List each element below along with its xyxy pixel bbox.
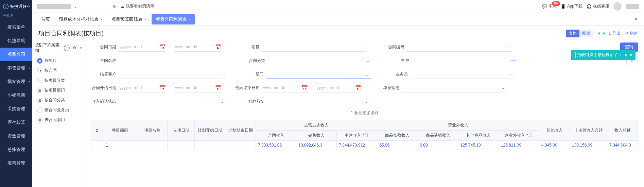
seg-table[interactable]: 表格: [566, 30, 579, 37]
lookup-icon[interactable]: ⋯: [509, 71, 514, 77]
gear-icon[interactable]: ⚙: [112, 4, 116, 9]
service-button[interactable]: 🎧 在线客服: [587, 3, 609, 9]
label-project: 项目: [234, 44, 262, 50]
scheme-settings-button[interactable]: ⚙: [72, 45, 77, 51]
demo-link[interactable]: ☁ 我要看实例演示: [120, 3, 154, 9]
input-receipt-status[interactable]: [265, 97, 370, 106]
cell-stock-income[interactable]: 65.96: [377, 141, 418, 150]
sidebar-item-10[interactable]: 发票管理: [0, 156, 32, 170]
cell-gift-income[interactable]: 0.00: [418, 141, 458, 150]
input-project[interactable]: [262, 42, 367, 52]
scheme-item-2[interactable]: ≡按项目分类: [35, 76, 82, 85]
cell-other-goods[interactable]: 125,745.13: [458, 141, 499, 150]
cell-total-income[interactable]: 7,344,604,0: [607, 141, 638, 150]
chevron-down-icon[interactable]: ⌄: [365, 71, 369, 77]
input-contract-start-to[interactable]: [174, 83, 221, 92]
message-button[interactable]: 💬 消息 99+: [542, 3, 557, 9]
col-other-sum: 营业外收入合计: [499, 131, 539, 141]
input-dept[interactable]: [266, 69, 371, 79]
sidebar-item-6[interactable]: 采购管理: [0, 102, 32, 116]
refresh-icon: ⟳: [625, 31, 629, 36]
calendar-icon[interactable]: 📅: [301, 85, 307, 90]
input-contract-date-from[interactable]: [118, 42, 166, 52]
input-customer[interactable]: [411, 56, 517, 65]
collapse-filters[interactable]: ⌃ 收起更多条件: [85, 108, 644, 118]
label-contract-start: 合同开始日期: [91, 85, 118, 91]
close-icon[interactable]: ×: [144, 17, 146, 21]
lookup-icon[interactable]: ⋯: [361, 44, 366, 50]
scheme-item-1[interactable]: ◔按合同: [35, 66, 82, 75]
sidebar-item-0[interactable]: 搜索菜单: [0, 20, 32, 34]
scheme-label: 按合同: [45, 68, 57, 73]
seg-chart[interactable]: 图表: [579, 30, 593, 37]
download-button[interactable]: 📱 App下载: [561, 3, 582, 9]
col-sales-income: 销售收入: [296, 131, 337, 141]
close-icon[interactable]: ×: [101, 17, 103, 21]
cell-other-sum[interactable]: 125,811.09: [499, 141, 539, 150]
scheme-item-5[interactable]: ⫶按合同业务员: [35, 106, 82, 114]
lookup-icon[interactable]: ⋯: [506, 44, 510, 50]
input-bill-status[interactable]: [402, 83, 507, 92]
lookup-icon[interactable]: ⋯: [510, 58, 515, 63]
scheme-item-6[interactable]: ▦按合同部门: [35, 116, 82, 124]
input-income-status[interactable]: [118, 97, 226, 106]
input-contract-end-from[interactable]: [262, 83, 308, 92]
demo-label: 我要看实例演示: [126, 3, 154, 9]
tab-1[interactable]: 预算成本分析对比表×: [55, 14, 107, 24]
sidebar-item-5[interactable]: 小畅电商: [0, 88, 32, 102]
collapse-scheme-button[interactable]: «: [80, 46, 82, 50]
calendar-icon[interactable]: 📅: [215, 85, 221, 90]
calendar-icon[interactable]: 📅: [160, 85, 166, 90]
cell-non-main-sum[interactable]: 130,156.09: [570, 141, 607, 150]
calendar-icon[interactable]: 📅: [160, 44, 166, 50]
table-row[interactable]: 1 7,333,581.86 10,892,046.3 7,344,473,91…: [91, 141, 638, 150]
calendar-icon[interactable]: 📅: [355, 85, 361, 90]
chevron-down-icon[interactable]: ⌄: [501, 85, 505, 90]
input-contract-date-to[interactable]: [174, 42, 221, 52]
input-salesman[interactable]: [410, 69, 515, 79]
scheme-label: 按项目部门: [45, 87, 65, 93]
cell-sales-income[interactable]: 10,892,046.3: [296, 141, 337, 150]
sidebar-item-8[interactable]: 资金管理: [0, 129, 32, 143]
chevron-down-icon[interactable]: ⌄: [364, 99, 368, 104]
table-settings[interactable]: ⚙: [91, 120, 103, 141]
scheme-item-0[interactable]: ◉按项目: [35, 56, 82, 65]
calendar-icon[interactable]: 📅: [215, 44, 221, 50]
tab-2[interactable]: 项目预算跟踪表×: [107, 14, 151, 24]
cell-contract-income[interactable]: 7,333,581.86: [256, 141, 296, 150]
add-scheme-button[interactable]: +: [64, 45, 70, 51]
label-receipt-status: 收款状态: [238, 99, 265, 104]
tab-0[interactable]: 首页: [37, 14, 54, 24]
cell-other-income[interactable]: 4,345.00: [539, 141, 570, 150]
sidebar-item-4[interactable]: 批发管理▾: [0, 75, 32, 88]
scheme-label: 按合同业务员: [45, 107, 69, 113]
input-contract-name[interactable]: [118, 56, 226, 65]
sidebar-item-9[interactable]: 总账管理: [0, 143, 32, 156]
avatar[interactable]: [613, 2, 622, 11]
tip-close-icon[interactable]: ×: [625, 53, 627, 57]
sidebar-item-7[interactable]: 库存核算: [0, 116, 32, 129]
close-icon[interactable]: ×: [189, 17, 191, 21]
chevron-down-icon[interactable]: ⌄: [366, 58, 370, 63]
cell-main-sum[interactable]: 7,344,473,912: [337, 141, 377, 150]
input-contract-class[interactable]: [267, 56, 372, 65]
scheme-item-4[interactable]: ▦按合同分类: [35, 96, 82, 104]
tab-3[interactable]: 项目合同利润表×: [152, 14, 195, 24]
lookup-icon[interactable]: ⋯: [220, 71, 225, 77]
chevron-down-icon[interactable]: ⌄: [220, 99, 224, 104]
input-contract-end-to[interactable]: [315, 83, 361, 92]
sidebar-item-3[interactable]: 零售管理▾: [0, 61, 32, 75]
input-settle-customer[interactable]: [118, 69, 226, 79]
org-selector[interactable]: ⌄: [37, 4, 108, 9]
refresh-button[interactable]: ⟳ 刷新: [625, 31, 638, 36]
tip-close-icon-2[interactable]: ×: [630, 53, 632, 57]
sidebar-item-2[interactable]: 项目合同: [0, 48, 32, 61]
tip-text: 报表口持图形化展示了～: [575, 52, 622, 58]
sidebar-item-1[interactable]: 快捷导航: [0, 34, 32, 48]
scheme-item-3[interactable]: ▦按项目部门: [35, 86, 82, 95]
input-contract-start-from[interactable]: [118, 83, 166, 92]
input-contract-code[interactable]: [406, 42, 512, 52]
headset-icon: 🎧: [587, 4, 592, 9]
close-all-tabs[interactable]: ×: [633, 16, 639, 23]
export-button[interactable]: ⤓ 导出: [608, 31, 621, 36]
